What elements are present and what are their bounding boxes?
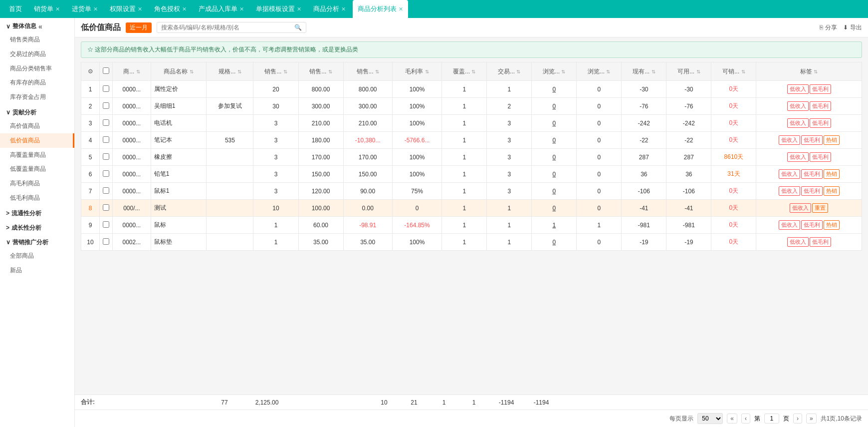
search-input[interactable]: [161, 24, 294, 31]
col-gross-margin[interactable]: 毛利率 ⇅: [392, 62, 441, 81]
nav-product-in[interactable]: 产成品入库单 ✕: [194, 0, 249, 18]
col-available[interactable]: 可用... ⇅: [666, 62, 711, 81]
sidebar-group-overall[interactable]: ∨ 整体信息 «: [0, 18, 74, 32]
cell-name: 电话机: [151, 115, 207, 132]
sidebar-collapse-btn[interactable]: «: [38, 22, 42, 30]
nav-product-analysis[interactable]: 商品分析 ✕: [308, 0, 351, 18]
col-sellable[interactable]: 可销... ⇅: [711, 62, 756, 81]
col-view2[interactable]: 浏览... ⇅: [577, 62, 622, 81]
sidebar-item-high-coverage[interactable]: 高覆盖量商品: [0, 148, 74, 162]
total-label: 合计:: [81, 398, 95, 407]
row-checkbox[interactable]: [103, 85, 109, 92]
nav-sales[interactable]: 销货单 ✕: [29, 0, 65, 18]
sidebar-item-category-sales-rate[interactable]: 商品分类销售率: [0, 61, 74, 76]
col-tags[interactable]: 标签 ⇅: [756, 62, 862, 81]
alert-text: ☆ 这部分商品的销售收入大幅低于商品平均销售收入，价值不高，可考虑调整营销策略，…: [87, 45, 358, 54]
sidebar-group-contribution[interactable]: ∨ 贡献分析: [0, 104, 74, 119]
cell-view1-link[interactable]: 1: [552, 222, 556, 229]
cell-view1-link[interactable]: 0: [552, 239, 556, 246]
page-size-select[interactable]: 50 100 200: [697, 413, 723, 424]
sidebar-item-all-products[interactable]: 全部商品: [0, 249, 74, 263]
sidebar-item-new-products[interactable]: 新品: [0, 263, 74, 278]
settings-icon[interactable]: ⚙: [84, 65, 96, 77]
sidebar-group-marketing[interactable]: ∨ 营销推广分析: [0, 234, 74, 249]
cell-view1-link[interactable]: 0: [552, 171, 556, 178]
cell-view1-link[interactable]: 0: [552, 137, 556, 144]
cell-name: 鼠标垫: [151, 234, 207, 251]
nav-close-product-in[interactable]: ✕: [239, 6, 244, 12]
prev-page-btn[interactable]: ‹: [741, 414, 750, 424]
col-coverage[interactable]: 覆盖... ⇅: [442, 62, 487, 81]
cell-view1-link[interactable]: 0: [552, 205, 556, 212]
col-current-stock[interactable]: 现有... ⇅: [622, 62, 666, 81]
cell-view1-link[interactable]: 0: [552, 120, 556, 127]
cell-available: -30: [666, 81, 711, 98]
cell-gross-margin: 100%: [392, 98, 441, 115]
col-code[interactable]: 商... ⇅: [113, 62, 151, 81]
sidebar-item-low-value[interactable]: 低价值商品: [0, 133, 74, 148]
cell-view1-link[interactable]: 0: [552, 154, 556, 161]
nav-close-product-analysis-list[interactable]: ✕: [399, 6, 403, 12]
nav-close-purchase[interactable]: ✕: [93, 6, 98, 12]
page-input[interactable]: [764, 414, 779, 424]
nav-close-role[interactable]: ✕: [182, 6, 187, 12]
cell-view1-link[interactable]: 0: [552, 103, 556, 110]
cell-num: 8: [81, 200, 100, 217]
col-name[interactable]: 商品名称 ⇅: [151, 62, 207, 81]
col-spec[interactable]: 规格... ⇅: [207, 62, 253, 81]
nav-role[interactable]: 角色授权 ✕: [149, 0, 192, 18]
next-page-btn[interactable]: ›: [793, 414, 802, 424]
col-sales-profit[interactable]: 销售... ⇅: [343, 62, 392, 81]
row-checkbox[interactable]: [103, 102, 109, 109]
nav-close-product-analysis[interactable]: ✕: [341, 6, 346, 12]
row-checkbox[interactable]: [103, 153, 109, 160]
export-btn[interactable]: ⬇ 导出: [843, 23, 862, 32]
col-trade[interactable]: 交易... ⇅: [487, 62, 532, 81]
cell-trade: 3: [487, 132, 532, 149]
search-icon[interactable]: 🔍: [294, 24, 302, 31]
cell-trade: 1: [487, 217, 532, 234]
row-checkbox[interactable]: [103, 187, 109, 194]
sidebar-item-high-margin[interactable]: 高毛利商品: [0, 176, 74, 191]
nav-product-analysis-list[interactable]: 商品分析列表 ✕: [353, 0, 408, 18]
cell-view1-link[interactable]: 0: [552, 86, 556, 93]
col-sales-amt[interactable]: 销售... ⇅: [298, 62, 343, 81]
sidebar-item-inventory-capital[interactable]: 库存资金占用: [0, 90, 74, 104]
row-checkbox[interactable]: [103, 238, 109, 245]
nav-close-sales[interactable]: ✕: [55, 6, 60, 12]
col-checkbox[interactable]: [100, 62, 113, 81]
sidebar-item-stocked-products[interactable]: 有库存的商品: [0, 75, 74, 90]
first-page-btn[interactable]: «: [727, 414, 737, 424]
search-box[interactable]: 🔍: [157, 22, 306, 33]
total-view2: 1: [459, 399, 489, 406]
row-checkbox[interactable]: [103, 136, 109, 143]
row-checkbox[interactable]: [103, 204, 109, 211]
sidebar-item-low-margin[interactable]: 低毛利商品: [0, 191, 74, 205]
sidebar-group-growth[interactable]: > 成长性分析: [0, 220, 74, 234]
col-settings[interactable]: ⚙: [81, 62, 100, 81]
sidebar-item-low-coverage[interactable]: 低覆盖量商品: [0, 162, 74, 176]
nav-permission[interactable]: 权限设置 ✕: [105, 0, 147, 18]
sidebar-item-sales-products[interactable]: 销售类商品: [0, 32, 74, 47]
nav-close-template[interactable]: ✕: [297, 6, 301, 12]
select-all-checkbox[interactable]: [103, 67, 109, 74]
nav-close-permission[interactable]: ✕: [138, 6, 142, 12]
nav-template[interactable]: 单据模板设置 ✕: [251, 0, 306, 18]
sidebar-item-traded-products[interactable]: 交易过的商品: [0, 47, 74, 61]
row-checkbox[interactable]: [103, 119, 109, 126]
filter-recent-month-btn[interactable]: 近一月: [126, 22, 152, 33]
row-checkbox[interactable]: [103, 221, 109, 228]
col-view1[interactable]: 浏览... ⇅: [532, 62, 577, 81]
sidebar-item-high-value[interactable]: 高价值商品: [0, 119, 74, 133]
share-icon: ⎘: [820, 24, 823, 31]
col-sales-qty[interactable]: 销售... ⇅: [253, 62, 298, 81]
cell-view1: 0: [532, 98, 577, 115]
share-btn[interactable]: ⎘ 分享: [820, 23, 837, 32]
nav-purchase[interactable]: 进货单 ✕: [67, 0, 103, 18]
row-checkbox[interactable]: [103, 170, 109, 177]
nav-home[interactable]: 首页: [4, 0, 27, 18]
sidebar-group-circulation[interactable]: > 流通性分析: [0, 205, 74, 220]
last-page-btn[interactable]: »: [806, 414, 817, 424]
cell-spec: [207, 183, 253, 200]
cell-view1-link[interactable]: 0: [552, 188, 556, 195]
